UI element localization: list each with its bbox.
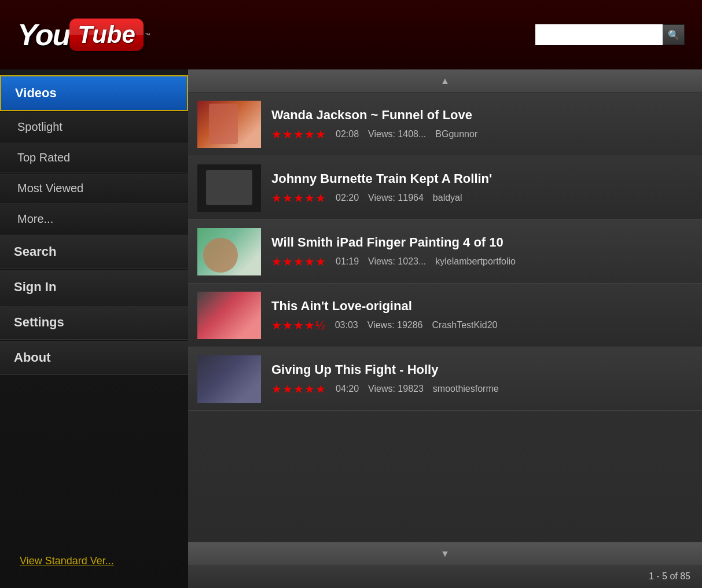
- video-duration-3: 01:19: [336, 256, 359, 267]
- video-thumbnail-2: [197, 164, 261, 212]
- table-row[interactable]: Giving Up This Fight - Holly ★★★★★ 04:20…: [188, 347, 702, 411]
- scroll-down-button[interactable]: [188, 542, 702, 565]
- sidebar-item-about-label: About: [14, 350, 51, 365]
- sidebar-item-search-label: Search: [14, 244, 56, 259]
- video-meta-2: ★★★★★ 02:20 Views: 11964 baldyal: [271, 191, 693, 205]
- sidebar-item-sign-in[interactable]: Sign In: [0, 270, 188, 304]
- video-meta-3: ★★★★★ 01:19 Views: 1023... kylelambertpo…: [271, 255, 693, 269]
- sidebar-item-spotlight[interactable]: Spotlight: [0, 112, 188, 142]
- header-search: 🔍: [535, 24, 685, 45]
- logo-tm: ™: [145, 32, 150, 38]
- sidebar-item-top-rated-label: Top Rated: [17, 151, 70, 164]
- sidebar-item-more-label: More...: [17, 212, 53, 226]
- sidebar-bottom: View Standard Ver...: [0, 546, 188, 576]
- sidebar-item-most-viewed-label: Most Viewed: [17, 182, 83, 195]
- video-stars-3: ★★★★★: [271, 255, 326, 269]
- video-author-5: smoothiesforme: [433, 384, 499, 394]
- header: You Tube ™ 🔍: [0, 0, 702, 69]
- main-content: Wanda Jackson ~ Funnel of Love ★★★★★ 02:…: [188, 69, 702, 588]
- sidebar-item-most-viewed[interactable]: Most Viewed: [0, 174, 188, 204]
- logo-you-text: You: [17, 17, 69, 52]
- table-row[interactable]: This Ain't Love-original ★★★★½ 03:03 Vie…: [188, 284, 702, 347]
- video-meta-1: ★★★★★ 02:08 Views: 1408... BGgunnor: [271, 127, 693, 141]
- video-stars-1: ★★★★★: [271, 127, 326, 141]
- sidebar-item-search[interactable]: Search: [0, 235, 188, 269]
- video-stars-2: ★★★★★: [271, 191, 326, 205]
- sidebar-item-videos-label: Videos: [15, 86, 57, 101]
- video-list: Wanda Jackson ~ Funnel of Love ★★★★★ 02:…: [188, 93, 702, 411]
- search-input[interactable]: [535, 24, 663, 45]
- video-stars-4: ★★★★½: [271, 318, 326, 332]
- sidebar-item-about[interactable]: About: [0, 341, 188, 375]
- video-info-5: Giving Up This Fight - Holly ★★★★★ 04:20…: [271, 362, 693, 396]
- video-meta-5: ★★★★★ 04:20 Views: 19823 smoothiesforme: [271, 382, 693, 396]
- video-info-3: Will Smith iPad Finger Painting 4 of 10 …: [271, 235, 693, 269]
- sidebar-item-videos[interactable]: Videos: [0, 75, 188, 111]
- sidebar-item-sign-in-label: Sign In: [14, 280, 56, 295]
- table-row[interactable]: Wanda Jackson ~ Funnel of Love ★★★★★ 02:…: [188, 93, 702, 156]
- logo-tube-text: Tube: [78, 21, 135, 49]
- video-info-1: Wanda Jackson ~ Funnel of Love ★★★★★ 02:…: [271, 108, 693, 141]
- video-author-3: kylelambertportfolio: [435, 256, 516, 267]
- sidebar-item-spotlight-label: Spotlight: [17, 120, 63, 134]
- pagination: 1 - 5 of 85: [188, 565, 702, 588]
- video-views-2: Views: 11964: [368, 193, 424, 203]
- video-meta-4: ★★★★½ 03:03 Views: 19286 CrashTestKid20: [271, 318, 693, 332]
- video-stars-5: ★★★★★: [271, 382, 326, 396]
- view-standard-link[interactable]: View Standard Ver...: [6, 546, 182, 576]
- video-title-3: Will Smith iPad Finger Painting 4 of 10: [271, 235, 693, 250]
- video-duration-1: 02:08: [336, 129, 359, 139]
- video-title-2: Johnny Burnette Train Kept A Rollin': [271, 171, 693, 186]
- logo-tube-box: Tube: [69, 19, 144, 51]
- video-author-1: BGgunnor: [435, 129, 477, 139]
- video-thumbnail-3: [197, 228, 261, 275]
- video-author-4: CrashTestKid20: [432, 320, 498, 330]
- video-duration-2: 02:20: [336, 193, 359, 203]
- video-thumbnail-4: [197, 292, 261, 339]
- sidebar: Videos Spotlight Top Rated Most Viewed M…: [0, 69, 188, 588]
- video-duration-4: 03:03: [335, 320, 358, 330]
- video-title-5: Giving Up This Fight - Holly: [271, 362, 693, 377]
- scroll-up-button[interactable]: [188, 69, 702, 93]
- video-title-1: Wanda Jackson ~ Funnel of Love: [271, 108, 693, 123]
- sidebar-item-more[interactable]: More...: [0, 204, 188, 234]
- search-button[interactable]: 🔍: [663, 24, 685, 45]
- sidebar-item-settings-label: Settings: [14, 315, 64, 330]
- video-title-4: This Ain't Love-original: [271, 299, 693, 314]
- video-views-1: Views: 1408...: [368, 129, 426, 139]
- video-duration-5: 04:20: [336, 384, 359, 394]
- sidebar-item-top-rated[interactable]: Top Rated: [0, 143, 188, 173]
- video-thumbnail-1: [197, 101, 261, 148]
- video-views-4: Views: 19286: [367, 320, 423, 330]
- video-views-5: Views: 19823: [368, 384, 424, 394]
- video-author-2: baldyal: [433, 193, 462, 203]
- logo: You Tube ™: [17, 17, 150, 52]
- video-views-3: Views: 1023...: [368, 256, 426, 267]
- sidebar-item-settings[interactable]: Settings: [0, 306, 188, 340]
- table-row[interactable]: Johnny Burnette Train Kept A Rollin' ★★★…: [188, 156, 702, 220]
- video-info-2: Johnny Burnette Train Kept A Rollin' ★★★…: [271, 171, 693, 205]
- video-thumbnail-5: [197, 355, 261, 403]
- video-info-4: This Ain't Love-original ★★★★½ 03:03 Vie…: [271, 299, 693, 332]
- table-row[interactable]: Will Smith iPad Finger Painting 4 of 10 …: [188, 220, 702, 284]
- pagination-text: 1 - 5 of 85: [649, 571, 690, 582]
